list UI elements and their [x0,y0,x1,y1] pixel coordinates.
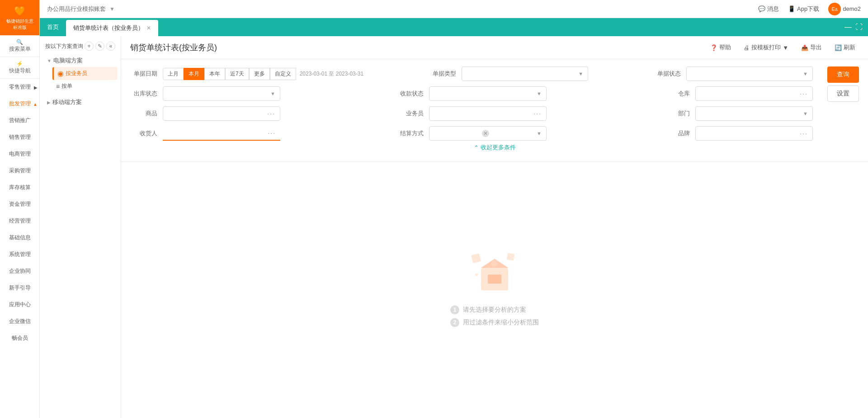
export-button[interactable]: 📤 导出 [797,42,826,53]
tab-maximize-icon[interactable]: ⛶ [855,23,863,31]
salesperson-select[interactable]: ··· [429,106,547,121]
sidebar-item-finance[interactable]: 资金管理 [0,196,39,213]
sidebar-item-basic[interactable]: 基础信息 [0,229,39,246]
expand-arrow-mobile-icon: ▶ [47,100,51,105]
tab-close-icon[interactable]: ✕ [146,25,151,31]
logo-icon: 🧡 [14,5,25,17]
topbar-right: 💬 消息 📱 App下载 Ea demo2 [758,3,861,15]
warehouse-label: 仓库 [663,90,690,98]
collapse-icon: ⌃ [474,144,479,151]
sidebar-item-corpwechat[interactable]: 企业微信 [0,313,39,330]
collapse-filter-button[interactable]: ⌃ 收起更多条件 [130,141,859,154]
settlement-arrow-icon: ▼ [537,131,542,136]
sidebar-item-wholesale[interactable]: 批发管理 ▲ [0,95,39,112]
message-icon: 💬 [758,5,765,12]
order-type-arrow-icon: ▼ [578,71,583,76]
settlement-clear-icon[interactable]: ✕ [482,130,489,137]
settlement-select[interactable]: ✕ ▼ [429,126,547,141]
sidebar-item-enterprise[interactable]: 企业协同 [0,263,39,280]
page-content: 按以下方案查询 + ✎ « ▼ 电脑端方案 ◉ 按业务员 [40,36,868,418]
quick-nav-icon: ⚡ [3,61,37,67]
filter-row-4: 收货人 ··· 结算方式 ✕ ▼ [130,126,813,141]
date-filter: 上月 本月 本年 近7天 更多 自定义 2023-03-01 至 2023-03… [163,68,363,80]
sidebar-item-sales[interactable]: 销售管理 [0,129,39,146]
svg-rect-2 [488,275,501,284]
svg-point-6 [504,271,508,274]
tab-home[interactable]: 首页 [40,18,66,36]
sidebar-item-appscenter[interactable]: 应用中心 [0,296,39,313]
date-btn-this-month[interactable]: 本月 [184,68,204,80]
date-btn-custom[interactable]: 自定义 [270,68,296,80]
empty-steps-list: 1 请先选择要分析的方案 2 用过滤条件来缩小分析范围 [450,305,539,331]
product-select[interactable]: ··· [163,106,280,121]
date-label: 单据日期 [130,70,157,78]
tab-sales-stats[interactable]: 销货单统计表（按业务员） ✕ [66,20,158,36]
app-download-button[interactable]: 📱 App下载 [788,5,819,13]
date-btn-this-year[interactable]: 本年 [204,68,225,80]
tabbar: 首页 销货单统计表（按业务员） ✕ — ⛶ [40,18,868,36]
order-status-select[interactable]: ▼ [686,66,813,81]
empty-step-2: 2 用过滤条件来缩小分析范围 [450,318,539,327]
search-menu-item[interactable]: 🔍 搜索菜单 [0,35,39,57]
sidebar-item-member[interactable]: 畅会员 [0,330,39,347]
sidebar-item-inventory[interactable]: 库存核算 [0,179,39,196]
brand-select[interactable]: ··· [695,126,813,141]
brand-label: 品牌 [663,129,690,138]
date-btn-last-7-days[interactable]: 近7天 [225,68,249,80]
sidebar-item-newbie[interactable]: 新手引导 [0,280,39,296]
department-select[interactable]: ▼ [695,106,813,121]
sidebar-item-operations[interactable]: 经营管理 [0,213,39,229]
tab-minimize-icon[interactable]: — [844,23,852,31]
order-type-select[interactable]: ▼ [462,66,588,81]
settings-button[interactable]: 设置 [827,86,859,102]
main-area: 办公用品行业模拟账套 ▼ 💬 消息 📱 App下载 Ea demo2 首页 [40,0,868,418]
order-status-arrow-icon: ▼ [803,71,808,76]
export-icon: 📤 [801,44,808,51]
tree-desktop-section[interactable]: ▼ 电脑端方案 [43,54,117,67]
svg-point-3 [491,260,498,267]
date-btn-last-month[interactable]: 上月 [163,68,184,80]
add-scheme-button[interactable]: + [85,42,94,51]
settlement-label: 结算方式 [396,129,424,138]
tree-mobile-section[interactable]: ▶ 移动端方案 [43,96,117,109]
edit-scheme-button[interactable]: ✎ [95,42,104,51]
tree-node-by-salesperson[interactable]: ◉ 按业务员 [52,67,117,80]
page-header-actions: ❓ 帮助 🖨 按模板打印 ▼ 📤 导出 🔄 刷新 [707,42,859,53]
salesperson-label: 业务员 [396,109,424,118]
message-button[interactable]: 💬 消息 [758,5,779,13]
chevron-down-icon: ▲ [33,101,38,106]
sidebar-item-purchase[interactable]: 采购管理 [0,162,39,179]
user-profile[interactable]: Ea demo2 [828,3,861,15]
department-label: 部门 [663,109,690,118]
tree-desktop-children: ◉ 按业务员 ≡ 按单 [43,67,117,92]
filter-row-1: 单据日期 上月 本月 本年 近7天 更多 自定义 2023-03-01 至 20… [130,66,813,81]
sidebar-item-retail[interactable]: 零售管理 ▶ [0,79,39,95]
refresh-button[interactable]: 🔄 刷新 [831,42,859,53]
svg-point-7 [475,273,478,276]
sidebar-item-marketing[interactable]: 营销推广 [0,112,39,129]
receipt-status-select[interactable]: ▼ [429,86,547,101]
filter-row-2: 出库状态 ▼ 收款状态 ▼ 仓库 [130,86,813,101]
filter-area: 单据日期 上月 本月 本年 近7天 更多 自定义 2023-03-01 至 20… [121,59,868,162]
date-btn-more[interactable]: 更多 [249,68,270,80]
print-button[interactable]: 🖨 按模板打印 ▼ [740,42,792,53]
consignee-input[interactable]: ··· [163,126,280,141]
action-buttons: 查询 设置 [827,66,859,102]
sidebar: 🧡 畅捷销好生意 标准版 🔍 搜索菜单 ⚡ 快捷导航 零售管理 ▶ 批发管理 ▲… [0,0,40,418]
collapse-panel-button[interactable]: « [106,42,115,51]
help-icon: ❓ [710,44,717,51]
sidebar-menu: 零售管理 ▶ 批发管理 ▲ 营销推广 销售管理 电商管理 采购管理 库存核算 资… [0,79,39,418]
tree-node-by-order[interactable]: ≡ 按单 [52,80,117,92]
sidebar-item-system[interactable]: 系统管理 [0,246,39,263]
out-status-select[interactable]: ▼ [163,86,280,101]
topbar-title: 办公用品行业模拟账套 [47,5,106,13]
out-status-label: 出库状态 [130,90,157,98]
quick-nav-item[interactable]: ⚡ 快捷导航 [0,57,39,79]
warehouse-dots-icon: ··· [800,90,808,97]
sidebar-item-ecommerce[interactable]: 电商管理 [0,146,39,162]
help-button[interactable]: ❓ 帮助 [707,42,735,53]
warehouse-select[interactable]: ··· [695,86,813,101]
topbar-dropdown-icon[interactable]: ▼ [109,6,115,12]
tree-desktop-label: 电脑端方案 [53,57,83,65]
query-button[interactable]: 查询 [827,66,859,83]
